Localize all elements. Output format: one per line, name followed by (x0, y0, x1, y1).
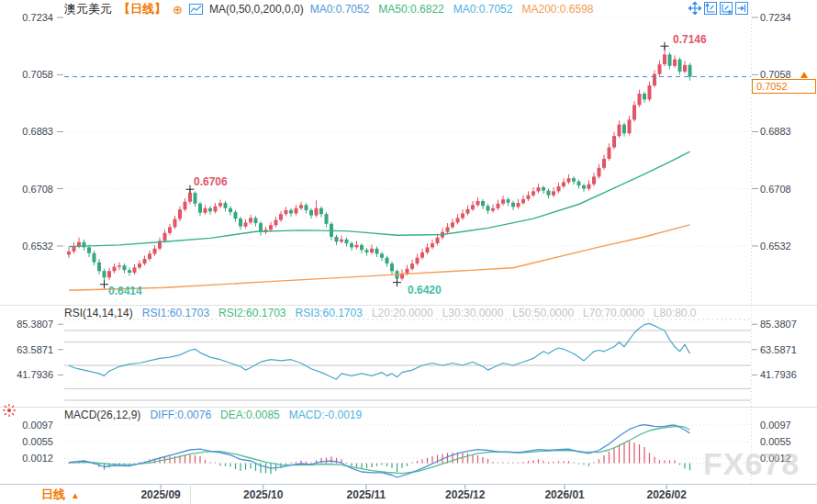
macd-title: MACD(26,12,9) (64, 409, 140, 421)
ma-settings: MA(0,50,0,200,0,0) (209, 3, 304, 16)
dea-value: DEA:0.0085 (220, 409, 280, 421)
pan-crosshair-icon[interactable] (688, 2, 701, 15)
chart-toolbar (688, 2, 748, 15)
price-up-arrow-icon (800, 72, 808, 78)
fit-price-axis-icon[interactable] (704, 2, 717, 15)
diff-value: DIFF:0.0076 (150, 409, 211, 421)
rsi-level-30: L30:30.0000 (442, 307, 504, 319)
chart-header: 澳元美元 【日线】 ⊕ MA(0,50,0,200,0,0) MA0:0.705… (64, 2, 594, 17)
jump-to-latest-icon[interactable] (735, 2, 748, 15)
period-selector-label: 日线 (41, 487, 65, 503)
rsi2-value: RSI2:60.1703 (218, 307, 285, 319)
low-annotation-1: 0.6414 (108, 285, 142, 297)
rsi-level-50: L50:50.0000 (512, 307, 574, 319)
add-indicator-icon[interactable]: ⊕ (173, 4, 183, 16)
last-price-tag: 0.7052 (752, 79, 816, 94)
triangle-up-icon: ▲ (71, 490, 80, 500)
rsi-level-70: L70:70.0000 (583, 307, 644, 319)
ma0b-value: MA0:0.7052 (453, 3, 513, 16)
rsi3-value: RSI3:60.1703 (296, 307, 363, 319)
ma50-value: MA50:0.6822 (378, 3, 443, 16)
rsi-level-20: L20:20.0000 (372, 307, 433, 319)
period-selector[interactable]: 日线 ▲ (0, 486, 191, 504)
ma200-value: MA200:0.6598 (521, 3, 593, 16)
period-badge: 【日线】 (118, 1, 166, 17)
low-annotation-2: 0.6420 (408, 284, 442, 297)
chart-canvas[interactable] (0, 0, 817, 504)
macd-header: MACD(26,12,9) DIFF:0.0076 DEA:0.0085 MAC… (64, 409, 362, 421)
rsi1-value: RSI1:60.1703 (142, 307, 209, 319)
chart-app: 0.72340.72340.70580.70580.68830.68830.67… (0, 0, 817, 504)
starburst-icon (2, 403, 17, 421)
ma0-value: MA0:0.7052 (310, 3, 370, 16)
macd-value: MACD:-0.0019 (289, 409, 362, 421)
rsi-header: RSI(14,14,14) RSI1:60.1703 RSI2:60.1703 … (64, 307, 697, 319)
high-annotation-2: 0.7146 (673, 33, 707, 46)
fit-time-axis-icon[interactable] (720, 2, 733, 15)
rsi-level-80: L80:80.0 (654, 307, 697, 319)
line-chart-icon[interactable] (189, 4, 203, 15)
symbol-name: 澳元美元 (64, 1, 112, 17)
rsi-title: RSI(14,14,14) (64, 307, 133, 319)
ma-values: MA0:0.7052 MA50:0.6822 MA0:0.7052 MA200:… (310, 3, 594, 16)
high-annotation-1: 0.6706 (194, 175, 228, 188)
